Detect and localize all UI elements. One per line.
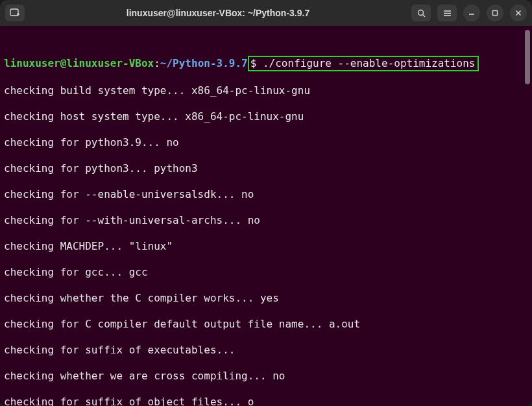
- output-line: checking for python3... python3: [4, 162, 528, 175]
- svg-line-4: [422, 14, 425, 17]
- scrollbar-thumb[interactable]: [525, 30, 530, 84]
- command-highlight: $ ./configure --enable-optimizations: [248, 56, 479, 71]
- prompt-dollar: $: [250, 57, 257, 69]
- menu-button[interactable]: [437, 5, 457, 21]
- output-line: checking for suffix of object files... o: [4, 396, 528, 406]
- output-line: checking for suffix of executables...: [4, 344, 528, 357]
- terminal-window: linuxuser@linuxuser-VBox: ~/Python-3.9.7: [0, 0, 532, 406]
- prompt-user-host: linuxuser@linuxuser-VBox: [4, 57, 154, 69]
- output-line: checking MACHDEP... "linux": [4, 240, 528, 253]
- minimize-button[interactable]: [463, 5, 480, 21]
- svg-point-3: [418, 10, 423, 15]
- output-line: checking for C compiler default output f…: [4, 318, 528, 331]
- prompt-cwd: ~/Python-3.9.7: [160, 57, 248, 69]
- svg-rect-9: [493, 11, 498, 16]
- output-line: checking build system type... x86_64-pc-…: [4, 84, 528, 97]
- maximize-button[interactable]: [487, 5, 503, 21]
- output-line: checking whether the C compiler works...…: [4, 292, 528, 305]
- output-line: checking for python3.9... no: [4, 136, 528, 149]
- titlebar-right: [411, 5, 527, 21]
- command-text: ./configure --enable-optimizations: [263, 57, 476, 69]
- titlebar: linuxuser@linuxuser-VBox: ~/Python-3.9.7: [0, 0, 532, 26]
- terminal-output[interactable]: linuxuser@linuxuser-VBox:~/Python-3.9.7$…: [0, 26, 532, 406]
- output-line: checking for --enable-universalsdk... no: [4, 188, 528, 201]
- output-line: checking host system type... x86_64-pc-l…: [4, 110, 528, 123]
- new-tab-button[interactable]: [5, 5, 25, 21]
- output-line: checking for gcc... gcc: [4, 266, 528, 279]
- output-line: checking whether we are cross compiling.…: [4, 370, 528, 383]
- close-button[interactable]: [510, 5, 527, 21]
- output-line: checking for --with-universal-archs... n…: [4, 214, 528, 227]
- search-button[interactable]: [411, 5, 431, 21]
- prompt-line: linuxuser@linuxuser-VBox:~/Python-3.9.7$…: [4, 56, 528, 71]
- window-title: linuxuser@linuxuser-VBox: ~/Python-3.9.7: [30, 8, 406, 18]
- titlebar-left: [5, 5, 25, 21]
